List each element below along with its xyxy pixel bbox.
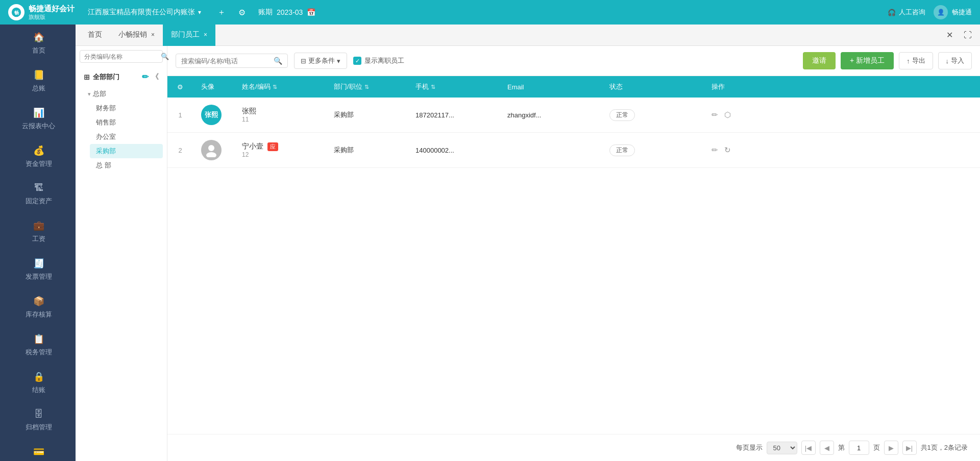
close-books-icon: 🔒	[33, 371, 44, 382]
employee-search-input[interactable]	[181, 57, 271, 65]
sidebar-label-invoice: 发票管理	[26, 272, 52, 281]
dept-office[interactable]: 办公室	[90, 130, 163, 144]
avatar-circle-2	[201, 140, 222, 160]
sidebar-item-home[interactable]: 🏠 首页	[0, 25, 76, 62]
dept-sort-icon[interactable]: ⇅	[364, 84, 369, 90]
col-avatar: 头像	[193, 76, 234, 98]
sidebar-item-general-ledger[interactable]: 📒 总账	[0, 62, 76, 100]
row-1-name: 张熙 11	[234, 98, 326, 133]
dept-sales[interactable]: 销售部	[90, 115, 163, 130]
grid-icon: ⊞	[84, 73, 90, 81]
sidebar-label-inventory: 库存核算	[26, 310, 52, 319]
show-resigned-checkbox[interactable]: ✓	[353, 57, 361, 65]
sidebar-label-ledger: 总账	[32, 84, 45, 93]
sidebar-item-close[interactable]: 🔒 结账	[0, 364, 76, 402]
filter-icon: ⊟	[301, 57, 306, 65]
search-icon[interactable]: 🔍	[274, 57, 282, 65]
show-resigned-toggle[interactable]: ✓ 显示离职员工	[353, 56, 404, 65]
tab-expense-close[interactable]: ×	[151, 31, 155, 38]
last-page-button[interactable]: ▶|	[902, 441, 917, 455]
per-page-select[interactable]: 50 10 20 100	[767, 442, 797, 454]
toolbar-right: 邀请 + 新增员工 ↑ 导出 ↓ 导入	[803, 52, 972, 69]
period-value[interactable]: 2023-03	[277, 8, 303, 16]
user-name: 畅捷通	[952, 8, 972, 17]
row-2-tag: 应	[267, 142, 278, 151]
col-phone[interactable]: 手机 ⇅	[407, 76, 499, 98]
sidebar-item-capital[interactable]: 💰 资金管理	[0, 138, 76, 176]
sidebar-item-inventory[interactable]: 📦 库存核算	[0, 288, 76, 326]
sidebar-item-reports[interactable]: 📊 云报表中心	[0, 100, 76, 138]
user-area[interactable]: 👤 畅捷通	[934, 5, 972, 19]
add-employee-button[interactable]: + 新增员工	[841, 52, 894, 69]
first-page-button[interactable]: |◀	[801, 441, 816, 455]
all-departments[interactable]: ⊞ 全部部门 ✏ 《	[80, 69, 163, 85]
dept-finance[interactable]: 财务部	[90, 101, 163, 115]
data-table: ⚙ 头像 姓名/编码 ⇅	[167, 76, 980, 434]
phone-sort-icon[interactable]: ⇅	[431, 84, 435, 90]
calendar-icon[interactable]: 📅	[307, 8, 315, 16]
dept-group-header[interactable]: ▾ 总部	[84, 87, 163, 101]
table-row: 1 张熙 张熙 11 采购部	[167, 98, 980, 133]
tab-department-close[interactable]: ×	[204, 31, 207, 38]
tab-department[interactable]: 部门员工 ×	[163, 25, 215, 46]
app-name: 畅捷通好会计	[29, 4, 75, 13]
add-button[interactable]: ＋	[213, 4, 230, 20]
tax-icon: 📋	[33, 333, 44, 345]
logout-icon-1[interactable]: ⬡	[724, 110, 731, 119]
settings-icon[interactable]: ⚙	[234, 4, 250, 20]
company-selector[interactable]: 江西服宝精品有限责任公司内账张 ▾	[84, 6, 205, 19]
employee-search-box: 🔍	[176, 54, 288, 68]
invite-button[interactable]: 邀请	[803, 52, 836, 69]
col-settings[interactable]: ⚙	[167, 76, 193, 98]
home-icon: 🏠	[33, 32, 44, 43]
dept-general[interactable]: 总 部	[90, 158, 163, 173]
tab-close-window-icon[interactable]: ✕	[941, 27, 958, 43]
dept-edit-icon[interactable]: ✏	[142, 72, 149, 82]
import-icon: ↓	[946, 57, 949, 65]
name-sort-icon[interactable]: ⇅	[273, 84, 277, 90]
expense-icon: 💳	[33, 446, 44, 457]
import-button[interactable]: ↓ 导入	[938, 52, 972, 69]
table-header-row: ⚙ 头像 姓名/编码 ⇅	[167, 76, 980, 98]
row-1-status: 正常	[601, 98, 703, 133]
refresh-icon-2[interactable]: ↻	[724, 145, 731, 155]
tab-expand-icon[interactable]: ⛶	[960, 27, 976, 43]
tab-home[interactable]: 首页	[80, 25, 110, 46]
next-page-button[interactable]: ▶	[884, 441, 898, 455]
dept-collapse-icon[interactable]: 《	[152, 72, 159, 82]
row-1-name-text: 张熙	[242, 107, 317, 116]
tab-home-label: 首页	[88, 30, 102, 39]
service-button[interactable]: 🎧 人工咨询	[888, 8, 925, 17]
row-1-actions: ✏ ⬡	[703, 98, 980, 133]
row-2-name: 宁小壹 应 12	[234, 133, 326, 168]
dept-tree: 🔍 ⊞ 全部部门 ✏ 《 ▾ 总部 财务部 销售部 办公室	[76, 46, 167, 461]
prev-page-button[interactable]: ◀	[820, 441, 834, 455]
ledger-icon: 📒	[33, 69, 44, 81]
filter-button[interactable]: ⊟ 更多条件 ▾	[294, 53, 347, 69]
col-dept-pos[interactable]: 部门/职位 ⇅	[326, 76, 407, 98]
tab-expense[interactable]: 小畅报销 ×	[110, 25, 163, 46]
sidebar-label-capital: 资金管理	[26, 159, 52, 168]
sidebar-item-invoice[interactable]: 🧾 发票管理	[0, 251, 76, 288]
period-area: 账期 2023-03 📅	[258, 8, 315, 17]
tab-expense-label: 小畅报销	[118, 30, 147, 39]
company-dropdown-icon[interactable]: ▾	[198, 9, 201, 16]
sidebar-item-salary[interactable]: 💼 工资	[0, 213, 76, 251]
sidebar-item-tax[interactable]: 📋 税务管理	[0, 326, 76, 364]
row-2-email	[499, 133, 601, 168]
action-icons-1: ✏ ⬡	[712, 110, 972, 119]
gear-icon[interactable]: ⚙	[177, 83, 183, 91]
main-layout: 🏠 首页 📒 总账 📊 云报表中心 💰 资金管理 🏗 固定资产 💼 工资 🧾 发…	[0, 25, 980, 461]
export-button[interactable]: ↑ 导出	[899, 52, 933, 69]
edit-icon-2[interactable]: ✏	[712, 145, 718, 155]
dept-purchase[interactable]: 采购部	[90, 144, 163, 158]
service-label: 人工咨询	[899, 8, 925, 17]
sidebar-item-fixed-assets[interactable]: 🏗 固定资产	[0, 176, 76, 213]
sidebar-item-archive[interactable]: 🗄 归档管理	[0, 402, 76, 439]
page-input[interactable]	[849, 441, 869, 455]
sidebar-label-archive: 归档管理	[26, 423, 52, 432]
edit-icon-1[interactable]: ✏	[712, 110, 718, 119]
col-name-code[interactable]: 姓名/编码 ⇅	[234, 76, 326, 98]
dept-search-input[interactable]	[84, 53, 161, 60]
sidebar-item-expense[interactable]: 💳 小畅报销	[0, 439, 76, 461]
